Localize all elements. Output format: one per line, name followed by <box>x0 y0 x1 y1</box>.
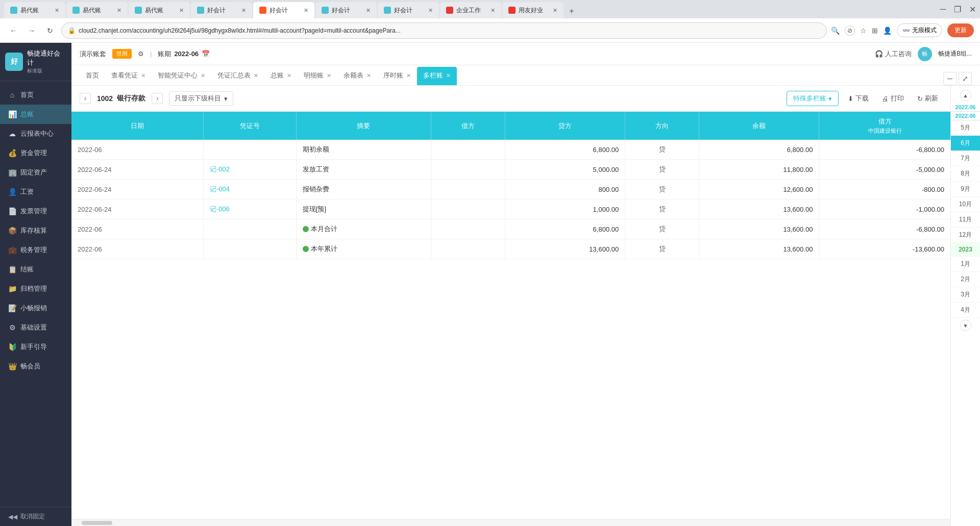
back-button[interactable]: ← <box>6 23 20 38</box>
browser-tab-3[interactable]: 好会计 ✕ <box>191 2 252 18</box>
tab-voucher-summary[interactable]: 凭证汇总表 ✕ <box>211 67 264 85</box>
month-8[interactable]: 8月 <box>951 166 980 182</box>
calendar-up-button[interactable]: ▲ <box>960 90 971 101</box>
month-12[interactable]: 12月 <box>951 228 980 243</box>
sidebar-item-archive[interactable]: 📁 归档管理 <box>0 279 71 298</box>
sidebar-item-expense[interactable]: 📝 小畅报销 <box>0 298 71 318</box>
close-browser-button[interactable]: ✕ <box>969 5 976 14</box>
browser-tab-1[interactable]: 易代账 ✕ <box>66 2 128 18</box>
tab-chronological-close[interactable]: ✕ <box>406 72 411 79</box>
tab-balance-close[interactable]: ✕ <box>366 72 371 79</box>
month-2023-4[interactable]: 4月 <box>951 303 980 318</box>
tab-general-ledger-close[interactable]: ✕ <box>287 72 291 79</box>
browser-tab-6[interactable]: 好会计 ✕ <box>378 2 439 18</box>
tab-close-0[interactable]: ✕ <box>55 7 59 14</box>
forward-button[interactable]: → <box>24 23 39 38</box>
tab-voucher-summary-close[interactable]: ✕ <box>254 72 258 79</box>
tab-view-voucher[interactable]: 查看凭证 ✕ <box>105 67 152 85</box>
special-column-button[interactable]: 特殊多栏账 ▾ <box>787 91 839 106</box>
month-9[interactable]: 9月 <box>951 182 980 197</box>
demo-badge[interactable]: 禁用 <box>112 49 132 59</box>
tab-balance[interactable]: 余额表 ✕ <box>337 67 377 85</box>
user-avatar[interactable]: 畅 <box>918 47 932 61</box>
divider1: | <box>150 50 152 58</box>
settings-icon-top[interactable]: ⚙ <box>138 50 144 58</box>
download-button[interactable]: ⬇ 下载 <box>844 91 873 106</box>
month-7[interactable]: 7月 <box>951 151 980 166</box>
sidebar-toggle-icon[interactable]: ⊞ <box>872 27 878 35</box>
tab-close-7[interactable]: ✕ <box>491 7 495 14</box>
browser-tab-4[interactable]: 好会计 ✕ <box>253 2 314 18</box>
cell-voucher-1[interactable]: 记-002 <box>203 160 296 180</box>
month-2023-2[interactable]: 2月 <box>951 272 980 287</box>
horizontal-scrollbar[interactable] <box>71 519 950 526</box>
no-track-icon[interactable]: ⊘ <box>845 26 855 36</box>
new-tab-button[interactable]: + <box>565 4 579 18</box>
prev-account-button[interactable]: ‹ <box>80 93 91 104</box>
incognito-button[interactable]: 👓 无痕模式 <box>897 23 942 37</box>
sidebar-item-fund[interactable]: 💰 资金管理 <box>0 143 71 163</box>
next-account-button[interactable]: › <box>152 93 163 104</box>
browser-tab-2[interactable]: 易代账 ✕ <box>129 2 190 18</box>
refresh-nav-button[interactable]: ↻ <box>43 23 57 38</box>
tab-close-8[interactable]: ✕ <box>553 7 557 14</box>
tab-smart-voucher-close[interactable]: ✕ <box>201 72 205 79</box>
month-11[interactable]: 11月 <box>951 212 980 228</box>
month-10[interactable]: 10月 <box>951 197 980 212</box>
tab-smart-voucher[interactable]: 智能凭证中心 ✕ <box>152 67 211 85</box>
consult-button[interactable]: 🎧 人工咨询 <box>875 49 912 59</box>
tab-close-6[interactable]: ✕ <box>428 7 433 14</box>
minimize-button[interactable]: ─ <box>940 5 946 14</box>
url-bar[interactable]: 🔒 cloud2.chanjet.com/accounting/uh26t264… <box>61 22 827 39</box>
tab-multi-column-close[interactable]: ✕ <box>446 72 451 79</box>
sidebar-item-cloud[interactable]: ☁ 云报表中心 <box>0 124 71 143</box>
tab-close-3[interactable]: ✕ <box>241 7 246 14</box>
restore-button[interactable]: ❐ <box>954 5 961 14</box>
refresh-ledger-button[interactable]: ↻ 刷新 <box>913 91 942 106</box>
browser-tab-8[interactable]: 用友好业 ✕ <box>502 2 564 18</box>
browser-tab-7[interactable]: 企业工作 ✕ <box>440 2 501 18</box>
month-5[interactable]: 5月 <box>951 120 980 136</box>
maximize-panel-button[interactable]: ⤢ <box>959 72 972 85</box>
sidebar-item-payroll[interactable]: 👤 工资 <box>0 182 71 202</box>
minimize-panel-button[interactable]: ─ <box>943 72 957 85</box>
tab-detail-ledger[interactable]: 明细账 ✕ <box>298 67 337 85</box>
bookmark-icon[interactable]: ☆ <box>860 27 867 35</box>
tab-general-ledger[interactable]: 总账 ✕ <box>264 67 298 85</box>
month-2023-1[interactable]: 1月 <box>951 257 980 272</box>
sidebar-item-ledger[interactable]: 📊 总账 <box>0 105 71 124</box>
tab-home[interactable]: 首页 <box>80 67 105 85</box>
scroll-thumb[interactable] <box>82 521 112 525</box>
month-6[interactable]: 6月 <box>951 136 980 151</box>
cell-voucher-2[interactable]: 记-004 <box>203 180 296 199</box>
calendar-icon[interactable]: 📅 <box>202 50 210 58</box>
tab-close-4[interactable]: ✕ <box>304 7 308 14</box>
browser-tab-5[interactable]: 好会计 ✕ <box>315 2 377 18</box>
tab-close-1[interactable]: ✕ <box>117 7 121 14</box>
sidebar-item-tax[interactable]: 💼 税务管理 <box>0 240 71 260</box>
tab-detail-ledger-close[interactable]: ✕ <box>327 72 331 79</box>
sidebar-item-member[interactable]: 👑 畅会员 <box>0 357 71 376</box>
sidebar-item-guide[interactable]: 🔰 新手引导 <box>0 337 71 357</box>
sidebar-item-settings[interactable]: ⚙ 基础设置 <box>0 318 71 337</box>
search-icon[interactable]: 🔍 <box>831 27 840 35</box>
sidebar-item-assets[interactable]: 🏢 固定资产 <box>0 163 71 182</box>
print-button[interactable]: 🖨 打印 <box>878 91 908 106</box>
unpin-button[interactable]: ◀◀ 取消固定 <box>8 512 63 521</box>
tab-chronological[interactable]: 序时账 ✕ <box>377 67 417 85</box>
profile-icon[interactable]: 👤 <box>883 27 892 35</box>
update-button[interactable]: 更新 <box>947 23 974 37</box>
month-2023-3[interactable]: 3月 <box>951 287 980 303</box>
calendar-down-button[interactable]: ▼ <box>960 320 971 331</box>
tab-view-voucher-close[interactable]: ✕ <box>141 72 145 79</box>
tab-close-2[interactable]: ✕ <box>179 7 184 14</box>
sidebar-item-home[interactable]: ⌂ 首页 <box>0 85 71 105</box>
sidebar-item-inventory[interactable]: 📦 库存核算 <box>0 221 71 240</box>
sidebar-item-invoice[interactable]: 📄 发票管理 <box>0 202 71 221</box>
tab-multi-column[interactable]: 多栏账 ✕ <box>417 67 457 85</box>
cell-voucher-3[interactable]: 记-006 <box>203 199 296 219</box>
sidebar-item-close[interactable]: 📋 结账 <box>0 260 71 279</box>
browser-tab-0[interactable]: 易代账 ✕ <box>4 2 65 18</box>
tab-close-5[interactable]: ✕ <box>366 7 371 14</box>
filter-selector[interactable]: 只显示下级科目 ▾ <box>169 91 233 106</box>
